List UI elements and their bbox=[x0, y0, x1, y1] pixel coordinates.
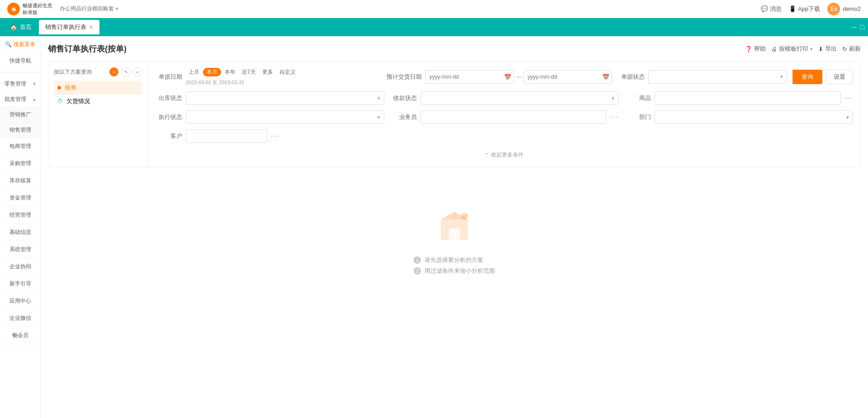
sidebar-item-marketing[interactable]: 营销推广 bbox=[0, 107, 40, 123]
salesman-more-icon[interactable]: ··· bbox=[610, 113, 618, 121]
tab-home[interactable]: 🏠 首页 bbox=[4, 20, 38, 34]
edit-icon: ✎ bbox=[124, 69, 128, 75]
dept-select[interactable]: ▾ bbox=[655, 110, 853, 124]
clock-icon: ⏱ bbox=[57, 98, 63, 104]
settings-button[interactable]: 设置 bbox=[826, 70, 853, 84]
user-menu[interactable]: Ea demo2 bbox=[827, 3, 861, 15]
scheme-item-按单[interactable]: 按单 bbox=[54, 81, 142, 95]
add-scheme-btn[interactable]: + bbox=[109, 67, 118, 76]
tip-num-2: 2 bbox=[414, 267, 421, 275]
help-btn[interactable]: ❓ 帮助 bbox=[745, 45, 766, 53]
export-btn[interactable]: ⬇ 导出 bbox=[818, 45, 837, 53]
customer-more-icon[interactable]: ··· bbox=[271, 132, 279, 140]
avatar: Ea bbox=[827, 3, 840, 15]
app-logo: 畅 bbox=[7, 3, 20, 15]
exec-status-select[interactable]: ▾ bbox=[186, 110, 384, 124]
filter-scheme-actions: + ✎ « bbox=[109, 67, 142, 76]
tab-close-icon[interactable]: ✕ bbox=[89, 24, 93, 30]
sidebar-item-ecommerce[interactable]: 电商管理 bbox=[0, 138, 40, 155]
date-label: 单据日期 bbox=[155, 73, 182, 81]
filter-field-out-status: 出库状态 ▾ bbox=[155, 91, 384, 105]
scheme-active-dot bbox=[57, 86, 61, 90]
collapse-more-btn[interactable]: ⌃ 收起更多条件 bbox=[155, 148, 853, 162]
user-name: demo2 bbox=[843, 5, 861, 12]
filter-row-4: 客户 ··· bbox=[155, 129, 853, 143]
status-select[interactable]: ▾ bbox=[648, 70, 787, 84]
nav-tabs-bar: 🏠 首页 销售订单执行表 ✕ ─ □ bbox=[0, 18, 868, 36]
filter-field-customer: 客户 ··· bbox=[155, 129, 386, 143]
expected-date-start-input[interactable] bbox=[425, 70, 514, 84]
add-icon: + bbox=[113, 69, 115, 75]
expected-date-end-input[interactable] bbox=[524, 70, 612, 84]
date-tab-this-month[interactable]: 本月 bbox=[203, 68, 221, 76]
header-right: 💬 消息 📱 App下载 Ea demo2 bbox=[761, 3, 861, 15]
sidebar-item-member[interactable]: 畅会员 bbox=[0, 327, 40, 344]
filter-fields-panel: 单据日期 上月 本月 本年 近7天 更多 自定义 20 bbox=[148, 62, 860, 167]
product-label: 商品 bbox=[624, 94, 651, 102]
sidebar-item-appstore[interactable]: 应用中心 bbox=[0, 293, 40, 310]
edit-scheme-btn[interactable]: ✎ bbox=[121, 67, 130, 76]
payment-status-select[interactable]: ▾ bbox=[420, 91, 619, 105]
status-dropdown-icon: ▾ bbox=[780, 74, 783, 80]
sidebar-item-wholesale[interactable]: 批发管理 ▴ bbox=[0, 92, 40, 107]
action-bar: 查询 设置 bbox=[793, 70, 853, 84]
filter-scheme-title: 按以下方案查询 + ✎ « bbox=[54, 67, 142, 76]
date-tab-this-year[interactable]: 本年 bbox=[222, 67, 238, 77]
date-tab-custom[interactable]: 自定义 bbox=[277, 67, 298, 77]
window-minimize-btn[interactable]: ─ bbox=[851, 23, 856, 31]
query-button[interactable]: 查询 bbox=[793, 70, 822, 84]
date-range-text: 2023-03-01 至 2023-03-31 bbox=[186, 79, 381, 86]
date-tab-more[interactable]: 更多 bbox=[259, 67, 276, 77]
print-expand-icon: ▾ bbox=[810, 46, 813, 52]
sidebar-item-purchase[interactable]: 采购管理 bbox=[0, 155, 40, 172]
content-area: 销售订单执行表(按单) ❓ 帮助 🖨 按模板打印 ▾ ⬇ 导出 bbox=[41, 36, 868, 418]
collapse-scheme-btn[interactable]: « bbox=[133, 67, 142, 76]
expand-icon: ▴ bbox=[33, 96, 36, 102]
out-status-select[interactable]: ▾ bbox=[186, 91, 384, 105]
customer-label: 客户 bbox=[155, 132, 182, 140]
sidebar-search[interactable]: 🔍 搜索菜单 bbox=[0, 36, 40, 53]
sidebar-item-basic[interactable]: 基础信息 bbox=[0, 224, 40, 241]
nav-tabs-right: ─ □ bbox=[851, 23, 864, 31]
filter-field-expected-date: 预计交货日期 📅 — 📅 bbox=[387, 70, 613, 84]
top-header: 畅 畅捷通好生意 标准版 办公用品行业模拟账套 ▾ 💬 消息 📱 App下载 E… bbox=[0, 0, 868, 18]
sidebar-quicknav[interactable]: 快捷导航 bbox=[0, 53, 40, 69]
message-btn[interactable]: 💬 消息 bbox=[761, 5, 782, 13]
main-layout: 🔍 搜索菜单 快捷导航 零售管理 ▾ 批发管理 ▴ 营销推广 销售管理 电商管理… bbox=[0, 36, 868, 418]
svg-text:畅: 畅 bbox=[12, 7, 16, 12]
tab-sales-order-list[interactable]: 销售订单执行表 ✕ bbox=[39, 20, 99, 34]
date-tab-7days[interactable]: 近7天 bbox=[239, 67, 259, 77]
breadcrumb: 办公用品行业模拟账套 ▾ bbox=[60, 5, 118, 13]
product-input[interactable] bbox=[655, 91, 840, 105]
help-icon: ❓ bbox=[745, 46, 752, 52]
salesman-input[interactable] bbox=[420, 110, 606, 124]
filter-field-product: 商品 ··· bbox=[624, 91, 853, 105]
filter-field-date: 单据日期 上月 本月 本年 近7天 更多 自定义 20 bbox=[155, 67, 381, 86]
product-more-icon[interactable]: ··· bbox=[844, 94, 853, 102]
template-print-btn[interactable]: 🖨 按模板打印 ▾ bbox=[771, 45, 813, 53]
home-icon: 🏠 bbox=[10, 24, 17, 31]
customer-input[interactable] bbox=[186, 129, 267, 143]
filter-field-payment-status: 收款状态 ▾ bbox=[390, 91, 619, 105]
sidebar-item-inventory[interactable]: 库存核算 bbox=[0, 172, 40, 190]
scheme-item-欠货情况[interactable]: ⏱ 欠货情况 bbox=[54, 95, 142, 108]
svg-point-6 bbox=[461, 213, 468, 220]
sidebar-item-guide[interactable]: 新手引导 bbox=[0, 276, 40, 293]
salesman-label: 业务员 bbox=[390, 113, 417, 121]
sidebar-item-retail[interactable]: 零售管理 ▾ bbox=[0, 76, 40, 92]
expected-date-range: 📅 — 📅 bbox=[425, 70, 613, 84]
date-tab-last-month[interactable]: 上月 bbox=[186, 67, 202, 77]
app-download-btn[interactable]: 📱 App下载 bbox=[789, 5, 820, 13]
sidebar-item-sales[interactable]: 销售管理 bbox=[0, 123, 40, 138]
sidebar-item-enterprise[interactable]: 企业协同 bbox=[0, 258, 40, 276]
date-separator: — bbox=[516, 73, 522, 80]
window-maximize-btn[interactable]: □ bbox=[860, 23, 864, 31]
out-status-label: 出库状态 bbox=[155, 94, 182, 102]
sidebar-item-finance[interactable]: 资金管理 bbox=[0, 190, 40, 207]
message-icon: 💬 bbox=[761, 5, 768, 12]
filter-field-exec-status: 执行状态 ▾ bbox=[155, 110, 384, 124]
sidebar-item-wechat[interactable]: 企业微信 bbox=[0, 310, 40, 327]
sidebar-item-system[interactable]: 系统管理 bbox=[0, 241, 40, 258]
refresh-btn[interactable]: ↻ 刷新 bbox=[842, 45, 861, 53]
sidebar-item-operations[interactable]: 经营管理 bbox=[0, 207, 40, 224]
